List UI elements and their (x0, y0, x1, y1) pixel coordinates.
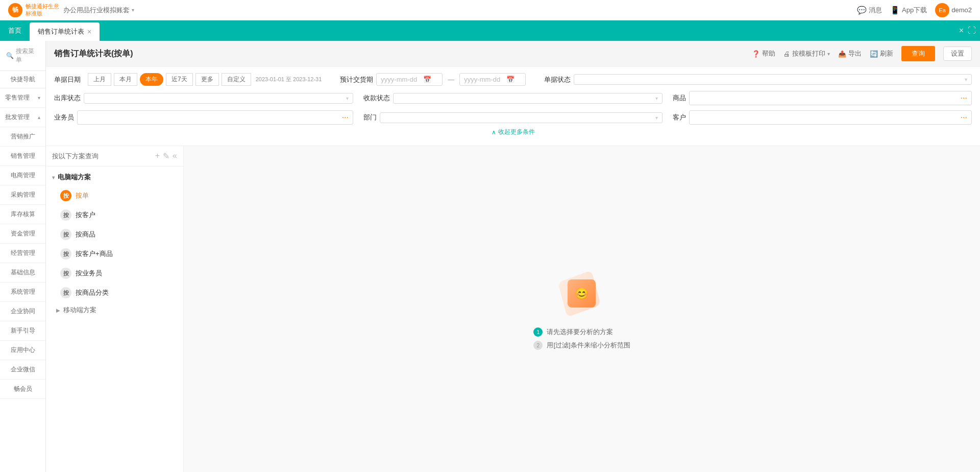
sidebar-item-inventory[interactable]: 库存核算 (0, 205, 45, 224)
query-button[interactable]: 查询 (901, 46, 935, 61)
export-button[interactable]: 📤 导出 (838, 49, 862, 58)
sidebar-item-finance[interactable]: 资金管理 (0, 224, 45, 244)
wholesale-expand-icon: ▴ (38, 114, 40, 120)
split-body: 按以下方案查询 + ✎ « ▾ 电脑端方案 按 按单 (46, 146, 980, 472)
print-icon: 🖨 (783, 50, 790, 58)
app-download-button[interactable]: 📱 App下载 (890, 6, 927, 15)
sidebar-item-newbie[interactable]: 新手引导 (0, 321, 45, 341)
search-icon: 🔍 (6, 52, 14, 59)
message-icon: 💬 (857, 6, 867, 15)
ship-status-select[interactable]: ▾ (84, 93, 353, 104)
collapse-icon: ∧ (492, 129, 496, 136)
filter-row-people: 业务员 ··· 部门 ▾ 客户 (54, 110, 972, 125)
date-this-year-btn[interactable]: 本年 (140, 73, 163, 86)
expected-date-to[interactable]: yyyy-mm-dd 📅 (459, 73, 526, 86)
window-close-icon[interactable]: × (959, 26, 964, 35)
goods-select[interactable]: ··· (689, 91, 972, 105)
sidebar-item-retail[interactable]: 零售管理 ▾ (0, 88, 45, 108)
ship-status-group: 出库状态 ▾ (54, 93, 353, 104)
doc-status-label: 单据状态 (544, 75, 571, 84)
filter-row-date: 单据日期 上月 本月 本年 近7天 更多 自定义 2023-01-01 至 20… (54, 73, 972, 86)
date-range-display: 2023-01-01 至 2023-12-31 (256, 76, 322, 83)
date-last-month-btn[interactable]: 上月 (88, 73, 111, 86)
scheme-entry-by-salesperson[interactable]: 按 按业务员 (46, 264, 183, 283)
expected-date-label: 预计交货期 (340, 75, 373, 84)
logo-area: 畅 畅捷通好生意 标准版 (8, 3, 59, 17)
customer-dots-icon[interactable]: ··· (961, 113, 967, 122)
help-button[interactable]: ❓ 帮助 (752, 49, 775, 58)
doc-status-arrow-icon: ▾ (965, 77, 967, 82)
scheme-group-mobile[interactable]: ▶ 移动端方案 (46, 302, 183, 318)
goods-dots-icon[interactable]: ··· (961, 93, 967, 103)
window-maximize-icon[interactable]: ⛶ (968, 26, 976, 35)
refresh-button[interactable]: 🔄 刷新 (870, 49, 893, 58)
expected-date-from[interactable]: yyyy-mm-dd 📅 (376, 73, 443, 86)
print-button[interactable]: 🖨 按模板打印 ▾ (783, 49, 830, 58)
sidebar-item-operations[interactable]: 经营管理 (0, 244, 45, 263)
empty-state: 😊 1 请先选择要分析的方案 2 用[过滤]条件来缩小分析范围 (533, 268, 630, 350)
message-button[interactable]: 💬 消息 (857, 6, 882, 15)
tab-close-icon[interactable]: × (87, 28, 91, 36)
avatar: Ea (935, 3, 949, 17)
scheme-entry-by-goods[interactable]: 按 按商品 (46, 225, 183, 244)
page-header-actions: ❓ 帮助 🖨 按模板打印 ▾ 📤 导出 🔄 刷新 查询 设置 (752, 46, 972, 61)
sidebar-item-purchase[interactable]: 采购管理 (0, 185, 45, 205)
date-more-btn[interactable]: 更多 (195, 73, 219, 86)
sidebar-item-basic-info[interactable]: 基础信息 (0, 263, 45, 282)
salesperson-dots-icon[interactable]: ··· (342, 113, 349, 122)
pay-status-arrow-icon: ▾ (655, 96, 658, 101)
calendar-from-icon: 📅 (423, 76, 431, 83)
date-custom-btn[interactable]: 自定义 (222, 73, 251, 86)
scheme-entry-by-order[interactable]: 按 按单 (46, 186, 183, 205)
scheme-entry-by-customer[interactable]: 按 按客户 (46, 205, 183, 225)
customer-select[interactable]: ··· (689, 110, 972, 125)
scheme-panel-header: 按以下方案查询 + ✎ « (46, 146, 183, 167)
data-panel: 😊 1 请先选择要分析的方案 2 用[过滤]条件来缩小分析范围 (184, 146, 980, 472)
ship-status-label: 出库状态 (54, 93, 81, 103)
search-menu-button[interactable]: 🔍 搜索菜单 (4, 45, 41, 66)
scheme-entry-by-goods-category[interactable]: 按 按商品分类 (46, 283, 183, 302)
collapse-scheme-icon[interactable]: « (173, 151, 177, 161)
sidebar-item-ecommerce[interactable]: 电商管理 (0, 166, 45, 185)
top-bar: 畅 畅捷通好生意 标准版 办公用品行业模拟账套 ▾ 💬 消息 📱 App下载 E… (0, 0, 980, 20)
tab-home[interactable]: 首页 (0, 20, 30, 41)
sidebar-item-sales[interactable]: 销售管理 (0, 147, 45, 166)
salesperson-label: 业务员 (54, 113, 74, 122)
user-profile[interactable]: Ea demo2 (935, 3, 972, 17)
date-filter-group: 单据日期 上月 本月 本年 近7天 更多 自定义 2023-01-01 至 20… (54, 73, 322, 86)
sidebar-item-enterprise-wechat[interactable]: 企业微信 (0, 360, 45, 380)
nav-window-controls: × ⛶ (959, 20, 980, 41)
top-bar-left: 畅 畅捷通好生意 标准版 办公用品行业模拟账套 ▾ (8, 3, 134, 17)
doc-status-select[interactable]: ▾ (574, 74, 972, 85)
hint-badge-1: 1 (533, 327, 543, 337)
logo-text: 畅捷通好生意 标准版 (26, 3, 59, 16)
sidebar-item-app-center[interactable]: 应用中心 (0, 341, 45, 360)
scheme-icon-by-goods-category: 按 (60, 287, 71, 298)
tab-sales-order-stats[interactable]: 销售订单统计表 × (30, 22, 100, 41)
app-selector[interactable]: 办公用品行业模拟账套 ▾ (63, 6, 134, 15)
collapse-filter-button[interactable]: ∧ 收起更多条件 (54, 125, 972, 139)
scheme-list: ▾ 电脑端方案 按 按单 按 按客户 按 (46, 167, 183, 472)
setting-button[interactable]: 设置 (943, 46, 972, 61)
edit-scheme-icon[interactable]: ✎ (163, 151, 169, 161)
sidebar-item-enterprise[interactable]: 企业协同 (0, 302, 45, 321)
hint-item-1: 1 请先选择要分析的方案 (533, 327, 613, 337)
calendar-to-icon: 📅 (506, 76, 514, 83)
sidebar-item-marketing[interactable]: 营销推广 (0, 127, 45, 147)
pay-status-select[interactable]: ▾ (393, 93, 663, 104)
sidebar-item-member[interactable]: 畅会员 (0, 380, 45, 399)
scheme-entry-by-customer-goods[interactable]: 按 按客户+商品 (46, 244, 183, 264)
salesperson-select[interactable]: ··· (77, 110, 353, 125)
date-last7-btn[interactable]: 近7天 (166, 73, 193, 86)
quick-nav-button[interactable]: 快捷导航 (0, 71, 45, 88)
scheme-group-pc: ▾ 电脑端方案 (46, 169, 183, 186)
add-scheme-icon[interactable]: + (155, 151, 160, 161)
page-area: 销售订单统计表(按单) ❓ 帮助 🖨 按模板打印 ▾ 📤 导出 🔄 刷新 (46, 41, 980, 472)
page-title: 销售订单统计表(按单) (54, 49, 133, 59)
sidebar-item-wholesale[interactable]: 批发管理 ▴ (0, 108, 45, 127)
doc-status-group: 单据状态 ▾ (544, 74, 972, 85)
sidebar-item-system[interactable]: 系统管理 (0, 282, 45, 302)
app-logo-icon: 畅 (8, 3, 22, 17)
date-this-month-btn[interactable]: 本月 (114, 73, 137, 86)
dept-select[interactable]: ▾ (380, 112, 663, 123)
